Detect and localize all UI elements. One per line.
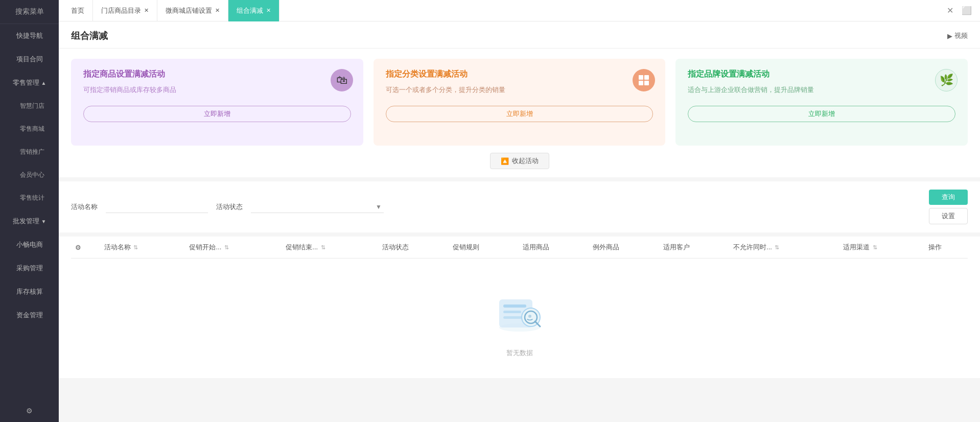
- col-action-label: 操作: [928, 243, 942, 251]
- tab-home[interactable]: 首页: [63, 0, 93, 21]
- chevron-up-icon: ▲: [41, 80, 46, 86]
- collapse-button[interactable]: 🔼 收起活动: [490, 153, 549, 169]
- promo-card-brand-btn[interactable]: 立即新增: [688, 106, 955, 122]
- col-except-goods: 例外商品: [589, 237, 659, 259]
- promo-card-category: 指定分类设置满减活动 可选一个或者多个分类，提升分类的销量 立即新增: [374, 59, 666, 146]
- maximize-window-button[interactable]: ⬜: [960, 4, 974, 17]
- sidebar-item-label: 快捷导航: [16, 31, 43, 40]
- svg-rect-0: [639, 75, 643, 80]
- sidebar-item-retail-mgmt[interactable]: 零售管理 ▲: [0, 71, 59, 95]
- promo-card-product-desc: 可指定滞销商品或库存较多商品: [83, 85, 351, 96]
- col-start[interactable]: 促销开始... ⇅: [185, 237, 282, 259]
- query-button[interactable]: 查询: [929, 190, 968, 205]
- col-end-label: 促销结束...: [286, 243, 318, 251]
- col-channel[interactable]: 适用渠道 ⇅: [839, 237, 924, 259]
- svg-point-12: [528, 315, 531, 318]
- page-header: 组合满减 ▶ 视频: [59, 21, 980, 49]
- col-rule-label: 促销规则: [453, 243, 479, 251]
- filter-section: 活动名称 活动状态 ▼ 查询 设置: [59, 181, 980, 232]
- col-goods: 适用商品: [519, 237, 589, 259]
- sidebar-item-label: 库存核算: [16, 287, 43, 296]
- tab-label: 门店商品目录: [101, 6, 141, 15]
- sidebar-item-xiaochangec[interactable]: 小畅电商: [0, 233, 59, 256]
- col-rule: 促销规则: [449, 237, 519, 259]
- sidebar-item-retail-mall[interactable]: 零售商城: [0, 118, 59, 140]
- col-action: 操作: [924, 237, 968, 259]
- tab-label: 组合满减: [237, 6, 263, 15]
- close-icon[interactable]: ✕: [215, 7, 220, 14]
- empty-state: 暂无数据: [71, 259, 968, 378]
- promo-card-brand: 🌿 指定品牌设置满减活动 适合与上游企业联合做营销，提升品牌销量 立即新增: [675, 59, 968, 146]
- gear-icon: ⚙: [26, 407, 33, 415]
- sidebar-item-member-center[interactable]: 会员中心: [0, 163, 59, 186]
- col-name-label: 活动名称: [104, 243, 131, 251]
- svg-rect-2: [639, 81, 643, 85]
- tab-store-catalog[interactable]: 门店商品目录 ✕: [93, 0, 157, 21]
- svg-rect-6: [503, 304, 526, 308]
- chevron-down-icon: ▼: [41, 219, 46, 224]
- chevron-up-icon: 🔼: [501, 157, 509, 165]
- promo-card-category-btn[interactable]: 立即新增: [386, 106, 654, 122]
- sidebar-item-inventory[interactable]: 库存核算: [0, 280, 59, 303]
- page-content: 组合满减 ▶ 视频 🛍 指定商品设置满减活动 可指定滞销商品或库存较多商品 立即…: [59, 21, 980, 422]
- svg-rect-3: [644, 81, 649, 85]
- promo-cards-section: 🛍 指定商品设置满减活动 可指定滞销商品或库存较多商品 立即新增 指定分类设置满…: [59, 49, 980, 146]
- promo-card-product-btn[interactable]: 立即新增: [83, 106, 351, 122]
- col-end[interactable]: 促销结束... ⇅: [282, 237, 378, 259]
- sidebar-item-retail-stats[interactable]: 零售统计: [0, 186, 59, 209]
- video-label: 视频: [954, 31, 968, 40]
- col-customer-label: 适用客户: [663, 243, 690, 251]
- sidebar-item-marketing[interactable]: 营销推广: [0, 140, 59, 163]
- sidebar: 搜索菜单 快捷导航 项目合同 零售管理 ▲ 智慧门店 零售商城 营销推广 会员中…: [0, 0, 59, 422]
- sidebar-item-project-contract[interactable]: 项目合同: [0, 48, 59, 71]
- sidebar-item-label: 零售商城: [20, 125, 44, 133]
- collapse-label: 收起活动: [512, 156, 539, 166]
- tab-wechat-store[interactable]: 微商城店铺设置 ✕: [157, 0, 228, 21]
- activity-status-label: 活动状态: [216, 202, 243, 212]
- promo-cards-row: 🛍 指定商品设置满减活动 可指定滞销商品或库存较多商品 立即新增 指定分类设置满…: [71, 59, 968, 146]
- empty-icon: [489, 289, 550, 340]
- svg-rect-8: [503, 316, 524, 319]
- col-except-goods-label: 例外商品: [593, 243, 619, 251]
- activity-name-label: 活动名称: [71, 202, 98, 212]
- sort-icon: ⇅: [873, 244, 877, 250]
- tab-bar: 首页 门店商品目录 ✕ 微商城店铺设置 ✕ 组合满减 ✕ ✕ ⬜: [59, 0, 980, 21]
- tab-combo-discount[interactable]: 组合满减 ✕: [228, 0, 279, 21]
- video-link[interactable]: ▶ 视频: [947, 31, 968, 40]
- col-goods-label: 适用商品: [523, 243, 549, 251]
- col-gear[interactable]: ⚙: [71, 237, 100, 259]
- activity-status-select-wrap: ▼: [251, 201, 384, 213]
- empty-text: 暂无数据: [506, 348, 533, 358]
- sort-icon: ⇅: [321, 244, 325, 250]
- sidebar-item-purchase-mgmt[interactable]: 采购管理: [0, 256, 59, 280]
- settings-button[interactable]: ⚙: [0, 400, 59, 422]
- close-icon[interactable]: ✕: [266, 7, 271, 14]
- col-no-concurrent-label: 不允许同时...: [733, 243, 772, 251]
- svg-rect-1: [644, 75, 649, 80]
- sidebar-item-wholesale-mgmt[interactable]: 批发管理 ▼: [0, 209, 59, 233]
- gear-icon: ⚙: [75, 244, 81, 251]
- col-start-label: 促销开始...: [189, 243, 221, 251]
- activity-name-input[interactable]: [106, 201, 208, 213]
- sidebar-item-label: 零售统计: [20, 194, 44, 202]
- col-no-concurrent[interactable]: 不允许同时... ⇅: [729, 237, 839, 259]
- close-icon[interactable]: ✕: [144, 7, 149, 14]
- activity-status-select[interactable]: [251, 201, 384, 213]
- svg-rect-7: [503, 311, 521, 313]
- sidebar-item-label: 小畅电商: [16, 240, 43, 249]
- sidebar-item-quick-nav[interactable]: 快捷导航: [0, 24, 59, 48]
- col-name[interactable]: 活动名称 ⇅: [100, 237, 185, 259]
- sidebar-item-label: 批发管理: [13, 217, 39, 226]
- tab-label: 微商城店铺设置: [166, 6, 212, 15]
- sidebar-item-finance[interactable]: 资金管理: [0, 303, 59, 327]
- close-window-button[interactable]: ✕: [945, 4, 955, 17]
- collapse-bar: 🔼 收起活动: [59, 146, 980, 177]
- promo-card-category-desc: 可选一个或者多个分类，提升分类的销量: [386, 85, 654, 96]
- sidebar-item-smart-store[interactable]: 智慧门店: [0, 95, 59, 118]
- setting-button[interactable]: 设置: [929, 208, 968, 224]
- col-channel-label: 适用渠道: [843, 243, 870, 251]
- sidebar-search[interactable]: 搜索菜单: [0, 0, 59, 24]
- sort-icon: ⇅: [224, 244, 229, 250]
- sidebar-item-label: 营销推广: [20, 148, 44, 156]
- main-area: 首页 门店商品目录 ✕ 微商城店铺设置 ✕ 组合满减 ✕ ✕ ⬜ 组合满减: [59, 0, 980, 422]
